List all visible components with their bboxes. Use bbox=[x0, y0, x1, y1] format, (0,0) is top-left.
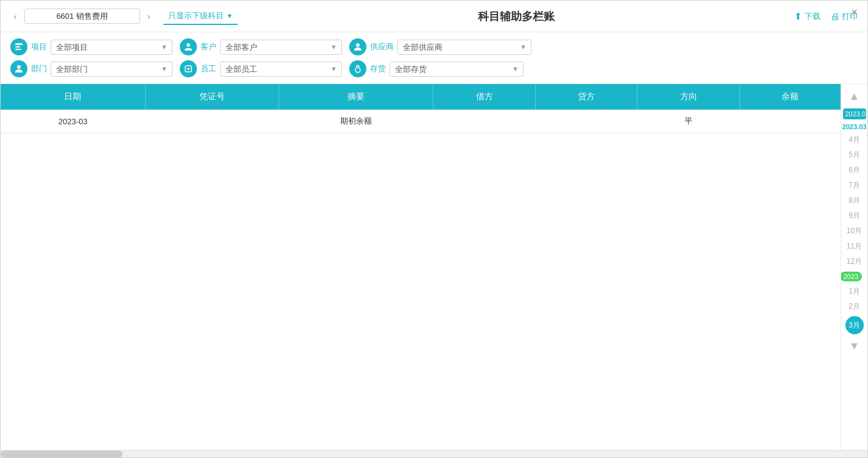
close-btn[interactable]: × bbox=[851, 7, 858, 18]
cell-balance bbox=[739, 110, 841, 133]
chevron-down-icon: ▼ bbox=[226, 12, 233, 19]
employee-select-wrapper: 全部员工 ▼ bbox=[220, 62, 342, 77]
cell-summary: 期初余额 bbox=[279, 110, 433, 133]
sidebar-period-item[interactable]: 4月 bbox=[841, 132, 867, 147]
main-window: ‹ 6601 销售费用 › 只显示下级科目 ▼ 科目辅助多栏账 ⬆ 下载 🖨 打… bbox=[0, 0, 868, 458]
employee-label: 员工 bbox=[201, 63, 216, 74]
project-filter-item: 项目 全部项目 ▼ bbox=[10, 38, 173, 55]
project-label: 项目 bbox=[31, 41, 47, 52]
employee-filter-item: 员工 全部员工 ▼ bbox=[180, 60, 342, 77]
svg-rect-2 bbox=[15, 49, 21, 50]
sidebar-period-item[interactable]: 1月 bbox=[841, 284, 867, 299]
col-debit: 借方 bbox=[433, 84, 535, 110]
sidebar-period-item[interactable]: 12月 bbox=[841, 254, 867, 269]
page-title: 科目辅助多栏账 bbox=[238, 9, 794, 24]
show-sub-label: 只显示下级科目 bbox=[168, 10, 224, 21]
inventory-label: 存货 bbox=[370, 63, 386, 74]
col-direction: 方向 bbox=[638, 84, 739, 110]
sidebar-period-item[interactable]: 2023.03 bbox=[843, 108, 866, 119]
sidebar-period-item[interactable]: 8月 bbox=[841, 193, 867, 208]
table-row[interactable]: 2023-03 期初余额 平 bbox=[1, 110, 841, 133]
customer-filter-item: 客户 全部客户 ▼ bbox=[180, 38, 342, 55]
download-icon: ⬆ bbox=[794, 11, 802, 22]
svg-point-6 bbox=[355, 68, 360, 72]
top-bar: ‹ 6601 销售费用 › 只显示下级科目 ▼ 科目辅助多栏账 ⬆ 下载 🖨 打… bbox=[1, 1, 867, 32]
supplier-select[interactable]: 全部供应商 bbox=[397, 40, 532, 55]
prev-account-btn[interactable]: ‹ bbox=[10, 10, 21, 23]
project-select-wrapper: 全部项目 ▼ bbox=[51, 40, 173, 55]
cell-debit bbox=[433, 110, 535, 133]
col-voucher: 凭证号 bbox=[145, 84, 279, 110]
main-table-area[interactable]: 日期 凭证号 摘要 借方 贷方 方向 余额 2023-03 期初余额 平 bbox=[1, 84, 841, 450]
dept-icon bbox=[10, 60, 27, 77]
download-btn[interactable]: ⬆ 下载 bbox=[794, 11, 820, 22]
svg-point-3 bbox=[356, 43, 360, 47]
supplier-icon bbox=[349, 38, 366, 55]
cell-voucher bbox=[145, 110, 279, 133]
ledger-table: 日期 凭证号 摘要 借方 贷方 方向 余额 2023-03 期初余额 平 bbox=[1, 84, 841, 133]
svg-rect-0 bbox=[15, 43, 23, 45]
customer-label: 客户 bbox=[201, 41, 216, 52]
toolbar-right: ⬆ 下载 🖨 打印 bbox=[794, 11, 858, 22]
right-sidebar: ▲ 2023.032023.034月5月6月7月8月9月10月11月12月202… bbox=[841, 84, 867, 450]
sidebar-period-item[interactable]: 10月 bbox=[841, 224, 867, 239]
col-date: 日期 bbox=[1, 84, 145, 110]
inventory-select-wrapper: 全部存货 ▼ bbox=[390, 62, 524, 77]
customer-icon bbox=[180, 38, 197, 55]
sidebar-periods: 2023.032023.034月5月6月7月8月9月10月11月12月20231… bbox=[841, 107, 867, 336]
dept-select[interactable]: 全部部门 bbox=[51, 62, 173, 77]
sidebar-down-btn[interactable]: ▼ bbox=[841, 336, 867, 356]
sidebar-period-item[interactable]: 11月 bbox=[841, 239, 867, 254]
col-balance: 余额 bbox=[739, 84, 841, 110]
sidebar-up-btn[interactable]: ▲ bbox=[841, 86, 867, 107]
account-code-input[interactable]: 6601 销售费用 bbox=[24, 9, 140, 24]
download-label: 下载 bbox=[805, 11, 820, 22]
sidebar-period-item[interactable]: 2023.03 bbox=[841, 121, 867, 132]
print-icon: 🖨 bbox=[830, 11, 839, 21]
supplier-label: 供应商 bbox=[370, 41, 394, 52]
col-credit: 贷方 bbox=[535, 84, 637, 110]
employee-icon bbox=[180, 60, 197, 77]
svg-rect-1 bbox=[15, 46, 20, 48]
inventory-icon bbox=[349, 60, 366, 77]
filter-row-1: 项目 全部项目 ▼ 客户 全部客户 ▼ bbox=[10, 38, 858, 55]
customer-select-wrapper: 全部客户 ▼ bbox=[220, 40, 342, 55]
sidebar-period-item[interactable]: 2月 bbox=[841, 299, 867, 314]
sidebar-period-item[interactable]: 3月 bbox=[845, 316, 864, 334]
col-summary: 摘要 bbox=[279, 84, 433, 110]
filter-row-2: 部门 全部部门 ▼ 员工 全部员工 ▼ bbox=[10, 60, 858, 77]
supplier-select-wrapper: 全部供应商 ▼ bbox=[397, 40, 532, 55]
cell-direction: 平 bbox=[638, 110, 739, 133]
customer-select[interactable]: 全部客户 bbox=[220, 40, 342, 55]
sidebar-period-item[interactable]: 2023 bbox=[841, 272, 862, 281]
scrollbar-thumb[interactable] bbox=[1, 451, 123, 457]
horizontal-scrollbar[interactable] bbox=[1, 450, 867, 457]
supplier-filter-item: 供应商 全部供应商 ▼ bbox=[349, 38, 532, 55]
show-sub-toggle[interactable]: 只显示下级科目 ▼ bbox=[163, 8, 238, 25]
next-account-btn[interactable]: › bbox=[144, 10, 154, 23]
inventory-select[interactable]: 全部存货 bbox=[390, 62, 524, 77]
employee-select[interactable]: 全部员工 bbox=[220, 62, 342, 77]
sidebar-period-item[interactable]: 7月 bbox=[841, 178, 867, 193]
cell-date: 2023-03 bbox=[1, 110, 145, 133]
nav-area: ‹ 6601 销售费用 › 只显示下级科目 ▼ bbox=[10, 8, 238, 25]
project-select[interactable]: 全部项目 bbox=[51, 40, 173, 55]
svg-point-4 bbox=[17, 65, 21, 69]
dept-select-wrapper: 全部部门 ▼ bbox=[51, 62, 173, 77]
inventory-filter-item: 存货 全部存货 ▼ bbox=[349, 60, 524, 77]
sidebar-period-item[interactable]: 6月 bbox=[841, 163, 867, 178]
table-container: 日期 凭证号 摘要 借方 贷方 方向 余额 2023-03 期初余额 平 bbox=[1, 84, 867, 450]
project-icon bbox=[10, 38, 27, 55]
dept-filter-item: 部门 全部部门 ▼ bbox=[10, 60, 173, 77]
filter-area: 项目 全部项目 ▼ 客户 全部客户 ▼ bbox=[1, 32, 867, 84]
dept-label: 部门 bbox=[31, 63, 47, 74]
sidebar-period-item[interactable]: 5月 bbox=[841, 147, 867, 163]
sidebar-period-item[interactable]: 9月 bbox=[841, 208, 867, 224]
cell-credit bbox=[535, 110, 637, 133]
table-header-row: 日期 凭证号 摘要 借方 贷方 方向 余额 bbox=[1, 84, 841, 110]
